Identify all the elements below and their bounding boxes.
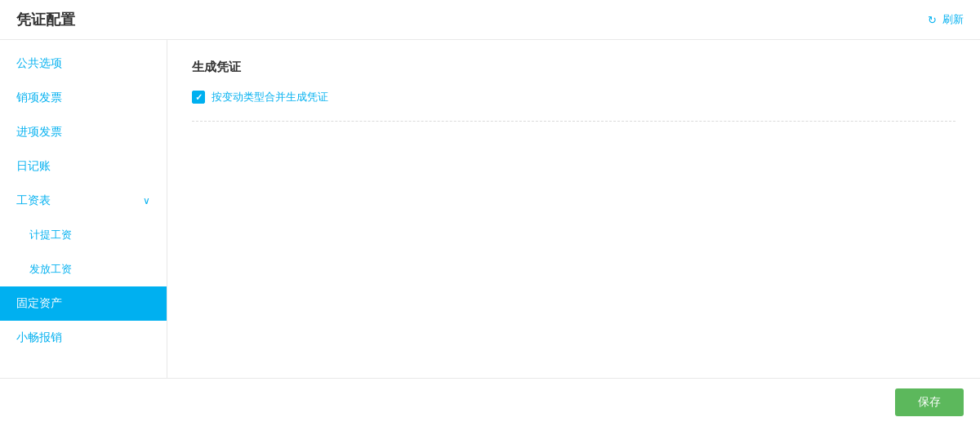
checkbox-label: 按变动类型合并生成凭证 (212, 90, 328, 104)
sidebar-item-label: 日记账 (16, 159, 51, 174)
page-header: 凭证配置 ↻ 刷新 (0, 0, 980, 40)
save-button[interactable]: 保存 (895, 388, 964, 416)
sidebar-item-label: 销项发票 (16, 91, 62, 105)
content-area: 生成凭证 按变动类型合并生成凭证 (167, 40, 980, 378)
chevron-down-icon: ∨ (143, 195, 150, 206)
sidebar-item-label: 小畅报销 (16, 331, 62, 345)
section-title: 生成凭证 (192, 60, 956, 75)
page-footer: 保存 (0, 378, 980, 426)
sidebar-item-expense-report[interactable]: 小畅报销 (0, 321, 167, 355)
sidebar-item-payroll-calc[interactable]: 计提工资 (0, 218, 167, 252)
sidebar-item-purchase-invoice[interactable]: 进项发票 (0, 115, 167, 149)
section-divider (192, 121, 956, 122)
merge-by-type-checkbox[interactable] (192, 91, 205, 104)
sidebar-item-label: 计提工资 (29, 228, 72, 242)
sidebar: 公共选项 销项发票 进项发票 日记账 工资表 ∨ 计提工资 发放工资 固定资 (0, 40, 167, 378)
sidebar-item-label: 固定资产 (16, 296, 62, 311)
sidebar-item-payroll[interactable]: 工资表 ∨ (0, 184, 167, 218)
sidebar-item-sales-invoice[interactable]: 销项发票 (0, 81, 167, 115)
sidebar-item-payroll-pay[interactable]: 发放工资 (0, 252, 167, 286)
sidebar-item-label: 工资表 (16, 193, 51, 208)
page-wrapper: 凭证配置 ↻ 刷新 公共选项 销项发票 进项发票 日记账 工资表 ∨ (0, 0, 980, 426)
sidebar-item-fixed-assets[interactable]: 固定资产 (0, 286, 167, 321)
main-layout: 公共选项 销项发票 进项发票 日记账 工资表 ∨ 计提工资 发放工资 固定资 (0, 40, 980, 378)
refresh-label: 刷新 (942, 12, 964, 27)
sidebar-item-public-options[interactable]: 公共选项 (0, 47, 167, 81)
sidebar-item-label: 进项发票 (16, 125, 62, 140)
refresh-button[interactable]: ↻ 刷新 (928, 12, 964, 27)
checkbox-row: 按变动类型合并生成凭证 (192, 90, 956, 104)
sidebar-item-label: 公共选项 (16, 56, 62, 71)
sidebar-item-journal[interactable]: 日记账 (0, 149, 167, 184)
page-title: 凭证配置 (16, 10, 75, 29)
refresh-icon: ↻ (928, 14, 939, 25)
sidebar-item-label: 发放工资 (29, 262, 72, 277)
